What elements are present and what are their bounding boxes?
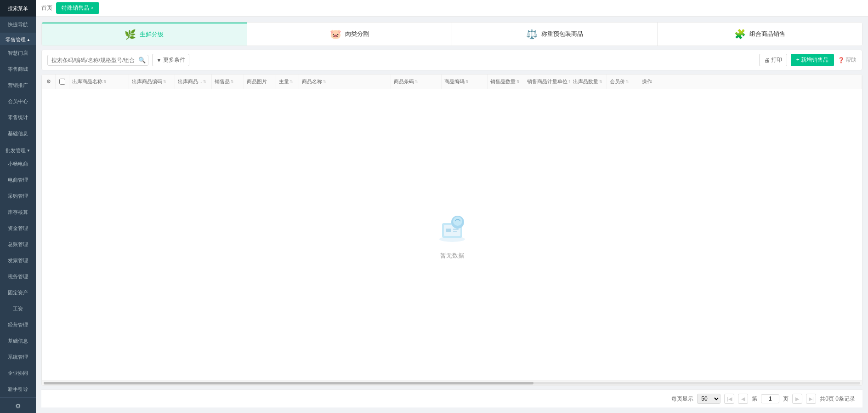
sidebar-item-tax-mgmt[interactable]: 税务管理	[0, 269, 36, 285]
tab-meat-cut[interactable]: 🐷 肉类分割	[247, 23, 453, 46]
current-page-input[interactable]	[761, 394, 779, 403]
th-img-label: 商品图片	[247, 78, 267, 85]
sidebar-item-newbie[interactable]: 新手引导	[0, 381, 36, 397]
th-out-qty[interactable]: 出库品数量 ⇅	[570, 75, 607, 89]
tab-fresh-grade[interactable]: 🌿 生鲜分级	[42, 23, 247, 46]
sidebar-item-finance[interactable]: 资金管理	[0, 220, 36, 236]
retail-mgmt-label: 零售管理	[6, 36, 26, 43]
help-button[interactable]: ❓ 帮助	[838, 56, 857, 64]
sidebar-item-membership[interactable]: 会员中心	[0, 93, 36, 109]
sort-icon-vip[interactable]: ⇅	[626, 80, 629, 84]
sidebar-item-ecom-mgmt[interactable]: 电商管理	[0, 172, 36, 188]
setting-icon: ⚙	[46, 79, 51, 85]
page-label-text: 第	[752, 395, 757, 403]
tab-combo[interactable]: 🧩 组合商品销售	[658, 23, 862, 46]
sidebar-item-invoice-mgmt[interactable]: 发票管理	[0, 252, 36, 269]
search-icon[interactable]: 🔍	[138, 57, 146, 63]
per-page-select[interactable]: 50 10 20 100	[697, 394, 720, 404]
purchase-mgmt-label: 采购管理	[8, 193, 28, 200]
th-out-name[interactable]: 出库商品名称 ⇅	[69, 75, 129, 89]
sidebar-item-retail-mall[interactable]: 零售商城	[0, 61, 36, 77]
sidebar-item-marketing[interactable]: 营销推广	[0, 77, 36, 93]
weight-pack-icon: ⚖️	[526, 29, 538, 40]
th-img[interactable]: 商品图片	[244, 75, 276, 89]
empty-illustration	[434, 209, 471, 246]
sidebar-item-fixed-assets[interactable]: 固定资产	[0, 285, 36, 301]
th-setting[interactable]: ⚙	[42, 75, 56, 89]
retail-mgmt-arrow-icon: ▲	[27, 38, 30, 42]
th-barcode[interactable]: 商品条码 ⇅	[391, 75, 442, 89]
membership-label: 会员中心	[8, 98, 28, 105]
sidebar-item-general-ledger[interactable]: 总账管理	[0, 236, 36, 252]
newbie-label: 新手引导	[8, 386, 28, 393]
horizontal-scrollbar[interactable]	[42, 380, 862, 385]
th-out-spec[interactable]: 出库商品... ⇅	[175, 75, 212, 89]
svg-rect-6	[453, 229, 459, 230]
fixed-assets-label: 固定资产	[8, 289, 28, 296]
sort-icon-out-spec[interactable]: ⇅	[203, 80, 206, 84]
basic-info2-label: 基础信息	[8, 338, 28, 344]
sidebar-item-retail-stats[interactable]: 零售统计	[0, 109, 36, 126]
meat-cut-label: 肉类分割	[345, 30, 369, 38]
sort-icon-out-code[interactable]: ⇅	[163, 80, 166, 84]
sidebar-item-retail-mgmt[interactable]: 零售管理 ▲	[0, 33, 36, 45]
sort-icon-out-qty[interactable]: ⇅	[599, 80, 602, 84]
th-goods-name[interactable]: 商品名称 ⇅	[299, 75, 391, 89]
sidebar-item-biz-mgmt[interactable]: 经营管理	[0, 317, 36, 333]
select-all-checkbox[interactable]	[59, 79, 65, 85]
scroll-thumb[interactable]	[44, 382, 533, 384]
first-page-button[interactable]: |◀	[724, 394, 734, 404]
sort-icon-sale-qty[interactable]: ⇅	[516, 80, 520, 84]
th-vip-price[interactable]: 会员价 ⇅	[607, 75, 639, 89]
th-goods-code[interactable]: 商品编码 ⇅	[442, 75, 488, 89]
sort-icon-sale[interactable]: ⇅	[231, 80, 234, 84]
scroll-track[interactable]	[44, 382, 860, 384]
active-tab[interactable]: 特殊销售品 ×	[56, 2, 99, 14]
th-sale-unit[interactable]: 销售商品计量单位 ⇅	[524, 75, 570, 89]
sidebar-item-sys-mgmt[interactable]: 系统管理	[0, 349, 36, 365]
th-sale-item[interactable]: 销售品 ⇅	[212, 75, 244, 89]
settings-gear-icon[interactable]: ⚙	[0, 398, 36, 413]
svg-rect-7	[453, 231, 457, 232]
pagination: 每页显示 50 10 20 100 |◀ ◀ 第 页 ▶ ▶| 共0页 0条记录	[41, 390, 862, 407]
new-product-button[interactable]: + 新增销售品	[791, 54, 834, 66]
sort-icon-barcode[interactable]: ⇅	[415, 80, 418, 84]
sort-icon-out-name[interactable]: ⇅	[103, 80, 107, 84]
th-sale-item-label: 销售品	[215, 78, 230, 85]
sidebar-item-inventory[interactable]: 库存核算	[0, 204, 36, 220]
print-button[interactable]: 🖨 打印	[759, 54, 787, 66]
sidebar-item-enterprise[interactable]: 企业协同	[0, 365, 36, 381]
retail-stats-label: 零售统计	[8, 114, 28, 121]
filter-button[interactable]: ▼ 更多条件	[152, 54, 189, 66]
th-checkbox[interactable]	[56, 75, 69, 89]
tab-close-button[interactable]: ×	[91, 6, 94, 11]
last-page-button[interactable]: ▶|	[806, 394, 816, 404]
combo-icon: 🧩	[734, 29, 746, 40]
fresh-grade-label: 生鲜分级	[140, 30, 164, 39]
sidebar-item-quick-nav[interactable]: 快捷导航	[0, 17, 36, 33]
prev-page-button[interactable]: ◀	[738, 394, 748, 404]
search-input[interactable]	[47, 55, 148, 66]
sidebar-logo[interactable]: 搜索菜单	[0, 0, 36, 17]
sidebar-item-payroll[interactable]: 工资	[0, 301, 36, 317]
print-icon: 🖨	[764, 57, 770, 63]
th-sale-qty[interactable]: 销售品数量 ⇅	[488, 75, 524, 89]
quick-nav-label: 快捷导航	[8, 21, 28, 28]
sidebar-item-basic-info2[interactable]: 基础信息	[0, 333, 36, 349]
th-out-code[interactable]: 出库商品编码 ⇅	[129, 75, 175, 89]
sidebar-item-batch-mgmt[interactable]: 批发管理 ▼	[0, 143, 36, 156]
sidebar-item-mini-ecom[interactable]: 小畅电商	[0, 156, 36, 172]
sidebar-item-smart-store[interactable]: 智慧门店	[0, 45, 36, 61]
th-unit[interactable]: 主量 ⇅	[276, 75, 299, 89]
tab-weight-pack[interactable]: ⚖️ 称重预包装商品	[452, 23, 658, 46]
combo-label: 组合商品销售	[749, 30, 785, 38]
home-link[interactable]: 首页	[41, 4, 52, 12]
next-page-button[interactable]: ▶	[792, 394, 802, 404]
sidebar-item-basic-info[interactable]: 基础信息	[0, 126, 36, 142]
sort-icon-unit[interactable]: ⇅	[290, 80, 293, 84]
sort-icon-goods-code[interactable]: ⇅	[465, 80, 469, 84]
th-vip-price-label: 会员价	[610, 78, 625, 85]
sort-icon-goods-name[interactable]: ⇅	[323, 80, 326, 84]
sidebar-item-purchase-mgmt[interactable]: 采购管理	[0, 188, 36, 204]
finance-label: 资金管理	[8, 225, 28, 232]
